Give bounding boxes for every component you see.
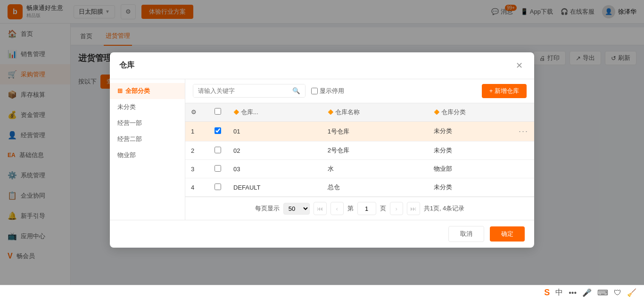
row-name: 水 <box>322 160 428 178</box>
cancel-button[interactable]: 取消 <box>448 226 484 242</box>
row-category: 未分类 ··· <box>428 122 534 142</box>
sort-icon: 🔶 <box>233 109 239 115</box>
table-wrapper: ⚙ 🔶 仓库... <box>185 103 534 197</box>
row-name: 1号仓库 <box>322 121 428 142</box>
table-row[interactable]: 1 01 1号仓库 未分类 ··· <box>185 121 534 142</box>
sort-icon-2: 🔶 <box>328 109 333 115</box>
row-index: 2 <box>185 142 209 160</box>
cat-item-dept2[interactable]: 经营二部 <box>110 131 185 147</box>
row-code: 03 <box>228 160 322 178</box>
row-category: 未分类 <box>428 142 534 160</box>
row-checkbox-cell <box>209 142 228 160</box>
total-info: 共1页, 4条记录 <box>424 204 465 213</box>
grid-icon: ⊞ <box>117 87 123 94</box>
dot-menu-icon[interactable]: ••• <box>569 289 577 297</box>
chinese-icon: 中 <box>555 288 563 298</box>
row-checkbox[interactable] <box>215 147 221 153</box>
row-name: 总仓 <box>322 178 428 197</box>
modal-overlay: 仓库 ✕ 《 ⊞ 全部分类 未分类 经营一部 经营二部 <box>0 0 644 300</box>
row-category: 未分类 <box>428 178 534 197</box>
row-checkbox[interactable] <box>215 127 221 134</box>
per-page-select[interactable]: 50 100 200 <box>283 203 310 215</box>
dialog-body: 《 ⊞ 全部分类 未分类 经营一部 经营二部 物业部 <box>110 79 534 220</box>
prev-page-button[interactable]: ‹ <box>330 202 344 215</box>
row-category: 物业部 <box>428 160 534 178</box>
row-index: 4 <box>185 178 209 197</box>
table-toolbar: 🔍 显示停用 + 新增仓库 <box>185 79 534 103</box>
bottom-bar: S 中 ••• 🎤 ⌨ 🛡 🧹 <box>0 285 644 300</box>
dialog-footer: 取消 确定 <box>110 220 534 248</box>
action-menu[interactable]: ··· <box>519 126 528 136</box>
first-page-button[interactable]: ⏮ <box>314 202 327 215</box>
th-checkbox <box>209 103 228 122</box>
page-label: 第 <box>347 204 354 213</box>
sort-icon-3: 🔶 <box>434 109 439 115</box>
dialog-title: 仓库 <box>119 60 134 70</box>
row-name: 2号仓库 <box>322 142 428 160</box>
search-button[interactable]: 🔍 <box>288 84 305 97</box>
table-row[interactable]: 4 DEFAULT 总仓 未分类 <box>185 178 534 197</box>
table-row[interactable]: 3 03 水 物业部 <box>185 160 534 178</box>
cat-item-dept1[interactable]: 经营一部 <box>110 115 185 131</box>
per-page-label: 每页显示 <box>255 204 280 213</box>
row-checkbox-cell <box>209 121 228 142</box>
table-panel: 🔍 显示停用 + 新增仓库 ⚙ <box>185 79 534 220</box>
keyboard-icon[interactable]: ⌨ <box>597 288 608 297</box>
row-code: 02 <box>228 142 322 160</box>
show-disabled-checkbox[interactable] <box>311 88 318 94</box>
select-all-checkbox[interactable] <box>215 108 221 115</box>
last-page-button[interactable]: ⏭ <box>407 202 420 215</box>
settings-icon[interactable]: ⚙ <box>191 108 197 116</box>
cat-item-uncategorized[interactable]: 未分类 <box>110 99 185 115</box>
row-index: 1 <box>185 121 209 142</box>
cat-item-property[interactable]: 物业部 <box>110 147 185 163</box>
collapse-panel-button[interactable]: 《 <box>185 83 185 100</box>
category-panel: 《 ⊞ 全部分类 未分类 经营一部 经营二部 物业部 <box>110 79 185 220</box>
add-warehouse-button[interactable]: + 新增仓库 <box>482 84 527 98</box>
row-checkbox[interactable] <box>215 183 221 190</box>
confirm-button[interactable]: 确定 <box>490 226 525 242</box>
show-disabled-label[interactable]: 显示停用 <box>311 87 344 95</box>
mic-icon[interactable]: 🎤 <box>582 288 592 297</box>
row-code: 01 <box>228 121 322 142</box>
row-code: DEFAULT <box>228 178 322 197</box>
warehouse-dialog: 仓库 ✕ 《 ⊞ 全部分类 未分类 经营一部 经营二部 <box>110 52 534 248</box>
search-input[interactable] <box>193 84 288 97</box>
shield-icon[interactable]: 🛡 <box>614 289 621 297</box>
row-index: 3 <box>185 160 209 178</box>
pagination: 每页显示 50 100 200 ⏮ ‹ 第 页 › ⏭ 共1页, 4条记录 <box>185 197 534 220</box>
dialog-header: 仓库 ✕ <box>110 52 534 79</box>
row-checkbox[interactable] <box>215 165 221 172</box>
cat-item-all[interactable]: ⊞ 全部分类 <box>110 83 185 99</box>
th-settings: ⚙ <box>185 103 209 122</box>
th-code: 🔶 仓库... <box>228 103 322 122</box>
warehouse-table: ⚙ 🔶 仓库... <box>185 103 534 197</box>
s-logo-icon: S <box>544 288 550 298</box>
page-unit: 页 <box>380 204 386 213</box>
hanger-icon[interactable]: 🧹 <box>627 288 636 297</box>
row-checkbox-cell <box>209 178 228 197</box>
th-category: 🔶 仓库分类 <box>428 103 534 122</box>
close-icon[interactable]: ✕ <box>513 60 525 71</box>
next-page-button[interactable]: › <box>390 202 403 215</box>
row-checkbox-cell <box>209 160 228 178</box>
table-row[interactable]: 2 02 2号仓库 未分类 <box>185 142 534 160</box>
search-box: 🔍 <box>193 84 305 98</box>
page-input[interactable] <box>357 202 376 215</box>
th-name: 🔶 仓库名称 <box>322 103 428 122</box>
